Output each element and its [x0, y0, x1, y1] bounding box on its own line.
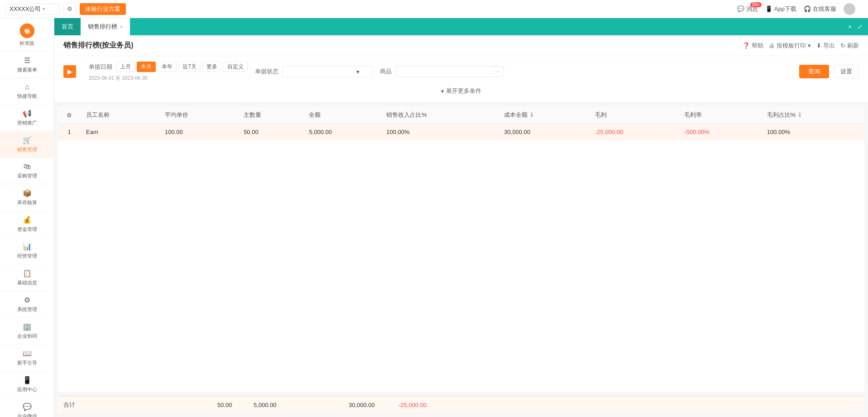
page-content: 销售排行榜(按业务员) ❓ 帮助 🖨 按模板打印 ▾ ⬇ 导出 — [54, 35, 868, 417]
tab-home[interactable]: 首页 — [54, 18, 81, 35]
status-select[interactable]: ▾ — [282, 66, 373, 77]
sidebar-item-label: 采购管理 — [17, 173, 37, 179]
table-body: 1 Eam 100.00 50.00 5,000.00 100.00% 30,0… — [58, 124, 864, 140]
query-button[interactable]: 查询 — [799, 65, 829, 78]
online-service-item[interactable]: 🎧 在线客服 — [804, 5, 836, 13]
sidebar-item-shortcuts[interactable]: ⌂ 快捷导航 — [0, 78, 54, 105]
avatar[interactable] — [844, 3, 855, 15]
tab-bar-actions: × ⤢ — [848, 23, 868, 30]
date-btn-7days[interactable]: 近7天 — [178, 62, 201, 72]
date-btn-this-year[interactable]: 本年 — [158, 62, 177, 72]
sidebar-item-basic[interactable]: 📋 基础信息 — [0, 264, 54, 291]
sidebar: 畅 标准版 ☰ 搜索菜单 ⌂ 快捷导航 📢 营销推广 🛒 销售管理 🛍 采购管理… — [0, 18, 54, 417]
app-download-item[interactable]: 📱 App下载 — [765, 5, 796, 13]
close-window-icon[interactable]: × — [848, 23, 852, 30]
date-btn-this-month[interactable]: 本月 — [137, 62, 156, 72]
sidebar-item-apps[interactable]: 📱 应用中心 — [0, 371, 54, 398]
cell-gross-rate: -500.00% — [679, 124, 761, 140]
sidebar-item-sales[interactable]: 🛒 销售管理 — [0, 131, 54, 158]
filter-area: ▶ 单据日期 上月 本月 本年 近7天 更多 — [54, 56, 868, 103]
date-btn-more[interactable]: 更多 — [202, 62, 221, 72]
col-avg-price: 平均单价 — [159, 106, 238, 124]
settings-icon-btn[interactable]: ⚙ — [63, 3, 76, 15]
filter-settings-button[interactable]: 设置 — [834, 65, 859, 78]
cell-cost: 30,000.00 — [499, 124, 590, 140]
cost-info-icon[interactable]: ℹ — [531, 111, 533, 118]
company-selector[interactable]: XXXXX公司 ▾ — [5, 4, 60, 14]
date-btn-custom[interactable]: 自定义 — [223, 62, 248, 72]
restore-window-icon[interactable]: ⤢ — [857, 23, 863, 30]
col-gross-rate: 毛利率 — [679, 106, 761, 124]
sidebar-item-label: 资金管理 — [17, 226, 37, 233]
sidebar-item-enterprise[interactable]: 🏢 企业协同 — [0, 318, 54, 345]
sidebar-item-guide[interactable]: 📖 新手引导 — [0, 345, 54, 371]
top-bar-right: 💬 消息 99+ 📱 App下载 🎧 在线客服 — [737, 3, 863, 15]
tab-bar: 首页 销售排行榜 × × ⤢ — [54, 18, 868, 35]
sidebar-item-inventory[interactable]: 📦 库存核算 — [0, 184, 54, 211]
sidebar-item-label: 企业协同 — [17, 333, 37, 340]
gear-icon: ⚙ — [67, 5, 72, 12]
col-gross: 毛利 — [590, 106, 679, 124]
filter-expand-arrow[interactable]: ▶ — [63, 65, 76, 78]
settings-col-icon[interactable]: ⚙ — [67, 112, 72, 119]
gross-pct-info-icon[interactable]: ℹ — [799, 111, 801, 118]
query-actions: 查询 设置 — [799, 65, 859, 78]
table-header: ⚙ 员工名称 平均单价 主数量 全额 销售收入占比% 成本全额 ℹ 毛利 — [58, 106, 864, 124]
basic-icon: 📋 — [23, 269, 32, 278]
top-bar: XXXXX公司 ▾ ⚙ 体验行业方案 💬 消息 99+ 📱 App下载 🎧 在线… — [0, 0, 868, 18]
refresh-button[interactable]: ↻ 刷新 — [840, 42, 859, 50]
operations-icon: 📊 — [23, 242, 32, 251]
print-dropdown-icon: ▾ — [808, 42, 811, 49]
col-name: 员工名称 — [81, 106, 159, 124]
svg-text:畅: 畅 — [24, 28, 30, 34]
cell-gross-pct: 100.00% — [762, 124, 864, 140]
expand-more-btn[interactable]: ▾ 展开更多条件 — [63, 85, 859, 97]
expand-more-label: 展开更多条件 — [446, 87, 481, 95]
cell-rank: 1 — [58, 124, 81, 140]
footer-main-qty: 50.00 — [217, 402, 254, 408]
date-btn-last-month[interactable]: 上月 — [116, 62, 135, 72]
message-item[interactable]: 💬 消息 99+ — [737, 5, 758, 13]
date-range-display: 2023-06-01 至 2023-06-30 — [89, 75, 248, 81]
tab-close-icon[interactable]: × — [120, 24, 123, 29]
help-label: 帮助 — [752, 42, 763, 50]
sidebar-item-search[interactable]: ☰ 搜索菜单 — [0, 52, 54, 78]
footer-cost: 30,000.00 — [349, 402, 398, 408]
goods-filter-group: 商品 ··· — [380, 66, 504, 77]
col-gross-pct: 毛利占比% ℹ — [762, 106, 864, 124]
company-name: XXXXX公司 — [10, 5, 41, 13]
purchase-icon: 🛍 — [24, 163, 31, 171]
sidebar-item-label: 营销推广 — [17, 120, 37, 126]
finance-icon: 💰 — [23, 216, 32, 224]
sidebar-item-label: 应用中心 — [17, 386, 37, 393]
export-label: 导出 — [823, 42, 835, 50]
sidebar-item-label: 销售管理 — [17, 146, 37, 153]
guide-icon: 📖 — [23, 349, 32, 358]
app-download-label: App下载 — [774, 5, 796, 13]
data-table: ⚙ 员工名称 平均单价 主数量 全额 销售收入占比% 成本全额 ℹ 毛利 — [58, 106, 864, 140]
inventory-icon: 📦 — [23, 189, 32, 197]
chevron-down-icon: ▾ — [43, 6, 45, 11]
enterprise-icon: 🏢 — [23, 322, 32, 331]
sidebar-item-system[interactable]: ⚙ 系统管理 — [0, 291, 54, 318]
sidebar-item-marketing[interactable]: 📢 营销推广 — [0, 105, 54, 131]
col-amount: 全额 — [303, 106, 381, 124]
wechat-icon: 💬 — [23, 403, 32, 411]
sidebar-item-finance[interactable]: 💰 资金管理 — [0, 211, 54, 238]
help-button[interactable]: ❓ 帮助 — [743, 42, 763, 50]
sidebar-item-label: 企业微信 — [17, 413, 37, 417]
refresh-label: 刷新 — [847, 42, 859, 50]
sidebar-item-wechat[interactable]: 💬 企业微信 — [0, 398, 54, 417]
date-filter-label: 单据日期 — [89, 63, 112, 71]
sidebar-item-purchase[interactable]: 🛍 采购管理 — [0, 158, 54, 184]
sidebar-item-operations[interactable]: 📊 经营管理 — [0, 238, 54, 264]
message-badge: 99+ — [750, 2, 762, 7]
col-sales-pct: 销售收入占比% — [381, 106, 499, 124]
print-button[interactable]: 🖨 按模板打印 ▾ — [769, 42, 811, 50]
trial-button[interactable]: 体验行业方案 — [80, 3, 126, 15]
goods-input[interactable]: ··· — [395, 66, 504, 77]
export-button[interactable]: ⬇ 导出 — [816, 42, 835, 50]
goods-more-icon[interactable]: ··· — [495, 68, 500, 75]
tab-sales-ranking[interactable]: 销售排行榜 × — [81, 18, 130, 35]
table-row: 1 Eam 100.00 50.00 5,000.00 100.00% 30,0… — [58, 124, 864, 140]
